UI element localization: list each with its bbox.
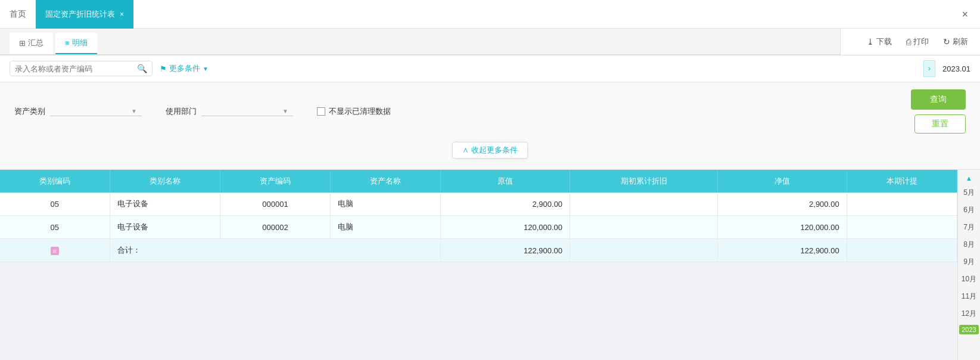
asset-type-label: 资产类别 <box>14 106 45 117</box>
col-category-code: 类别编码 <box>0 170 110 193</box>
download-button[interactable]: ⤓ 下载 <box>867 36 892 47</box>
home-link[interactable]: 首页 <box>10 9 36 20</box>
search-input[interactable] <box>15 64 135 73</box>
reset-button[interactable]: 重置 <box>914 114 966 134</box>
sidebar-month-6[interactable]: 6月 <box>958 201 980 219</box>
tab-detail-label: 明细 <box>72 38 88 48</box>
more-filter-button[interactable]: ⚑ 更多条件 ▼ <box>160 63 209 74</box>
dept-select[interactable]: ▼ <box>201 107 293 116</box>
sidebar-expand-arrow[interactable]: › <box>923 60 935 77</box>
search-icon[interactable]: 🔍 <box>137 64 147 73</box>
collapse-button[interactable]: ∧ 收起更多条件 <box>452 142 528 159</box>
refresh-label: 刷新 <box>953 36 968 47</box>
cell-name-1: 电子设备 <box>110 193 220 216</box>
top-nav: 首页 固定资产折旧统计表 × × <box>0 0 980 29</box>
col-accum-depr: 期初累计折旧 <box>570 170 718 193</box>
hide-cleared-checkbox[interactable] <box>317 107 325 116</box>
filter-icon: ⚑ <box>160 64 167 73</box>
filter-section: 资产类别 ▼ 使用部门 ▼ 不显示已清理数据 查询 重置 ∧ <box>0 82 980 170</box>
refresh-button[interactable]: ↻ 刷新 <box>943 36 968 47</box>
print-label: 打印 <box>913 36 929 47</box>
tab-summary-label: 汇总 <box>28 38 43 48</box>
collapse-bar: ∧ 收起更多条件 <box>14 138 966 162</box>
download-label: 下载 <box>876 36 892 47</box>
col-current-depr: 本期计提 <box>847 170 957 193</box>
query-button[interactable]: 查询 <box>911 89 966 110</box>
total-row: ≡ 合计： 122,900.00 122,900.00 <box>0 239 957 262</box>
sub-tabs: ⊞ 汇总 ≡ 明细 <box>0 29 840 55</box>
hide-cleared-filter: 不显示已清理数据 <box>317 106 396 117</box>
detail-icon: ≡ <box>65 39 70 48</box>
toolbar: ⤓ 下载 ⎙ 打印 ↻ 刷新 <box>840 29 980 55</box>
sidebar-month-5[interactable]: 5月 <box>958 184 980 201</box>
asset-type-select[interactable]: ▼ <box>50 107 142 116</box>
search-bar: 🔍 ⚑ 更多条件 ▼ › 2023.01 <box>0 55 980 82</box>
col-asset-code: 资产编码 <box>220 170 330 193</box>
cell-original-2: 120,000.00 <box>441 216 570 239</box>
col-asset-name: 资产名称 <box>331 170 441 193</box>
cell-net-value-1: 2,900.00 <box>717 193 847 216</box>
chevron-down-icon: ▼ <box>203 66 209 72</box>
total-icon: ≡ <box>51 247 59 255</box>
content-area: 类别编码 类别名称 资产编码 资产名称 原值 期初累计折旧 净值 本期计提 05… <box>0 170 957 360</box>
cell-asset-name-2: 电脑 <box>331 216 441 239</box>
col-original-value: 原值 <box>441 170 570 193</box>
tab-detail[interactable]: ≡ 明细 <box>55 33 97 54</box>
window-close-button[interactable]: × <box>962 8 968 21</box>
collapse-label: 收起更多条件 <box>471 145 518 154</box>
col-category-name: 类别名称 <box>110 170 220 193</box>
cell-code-2: 05 <box>0 216 110 239</box>
col-net-value: 净值 <box>717 170 847 193</box>
download-icon: ⤓ <box>867 37 874 46</box>
sidebar-current-year[interactable]: 2023 <box>959 325 978 334</box>
cell-accum-depr-1 <box>570 193 718 216</box>
cell-asset-name-1: 电脑 <box>331 193 441 216</box>
hide-cleared-label: 不显示已清理数据 <box>329 106 391 117</box>
cell-code-1: 05 <box>0 193 110 216</box>
cell-current-depr-2 <box>847 216 957 239</box>
cell-name-2: 电子设备 <box>110 216 220 239</box>
sidebar-up-arrow[interactable]: ▲ <box>966 172 972 184</box>
right-sidebar: ▲ 5月 6月 7月 8月 9月 10月 11月 12月 2023 <box>957 170 980 360</box>
dept-chevron-icon: ▼ <box>282 108 288 114</box>
cell-asset-code-2: 000002 <box>220 216 330 239</box>
dept-label: 使用部门 <box>166 106 197 117</box>
table-header-row: 类别编码 类别名称 资产编码 资产名称 原值 期初累计折旧 净值 本期计提 <box>0 170 957 193</box>
cell-net-value-2: 120,000.00 <box>717 216 847 239</box>
tab-summary[interactable]: ⊞ 汇总 <box>10 33 53 54</box>
more-filter-label: 更多条件 <box>169 63 200 74</box>
cell-asset-code-1: 000001 <box>220 193 330 216</box>
total-icon-cell: ≡ <box>0 239 110 262</box>
date-label: 2023.01 <box>942 64 970 73</box>
tab-close-icon[interactable]: × <box>120 10 124 18</box>
cell-current-depr-1 <box>847 193 957 216</box>
dept-filter: 使用部门 ▼ <box>166 106 293 117</box>
filter-row-1: 资产类别 ▼ 使用部门 ▼ 不显示已清理数据 查询 重置 <box>14 89 966 134</box>
total-net-value: 122,900.00 <box>717 239 847 262</box>
hide-cleared-checkbox-wrap[interactable]: 不显示已清理数据 <box>317 106 391 117</box>
tab-label: 固定资产折旧统计表 <box>45 9 115 20</box>
refresh-icon: ↻ <box>943 37 950 46</box>
search-input-wrap[interactable]: 🔍 <box>10 61 153 76</box>
sidebar-month-12[interactable]: 12月 <box>958 305 980 322</box>
table-wrap: 类别编码 类别名称 资产编码 资产名称 原值 期初累计折旧 净值 本期计提 05… <box>0 170 957 262</box>
cell-accum-depr-2 <box>570 216 718 239</box>
active-tab[interactable]: 固定资产折旧统计表 × <box>36 0 133 29</box>
sidebar-month-9[interactable]: 9月 <box>958 253 980 271</box>
filter-buttons: 查询 重置 <box>911 89 966 134</box>
asset-type-filter: 资产类别 ▼ <box>14 106 142 117</box>
chevron-up-icon: ∧ <box>462 145 469 154</box>
cell-original-1: 2,900.00 <box>441 193 570 216</box>
print-button[interactable]: ⎙ 打印 <box>906 36 929 47</box>
table-row: 05 电子设备 000001 电脑 2,900.00 2,900.00 <box>0 193 957 216</box>
table-row: 05 电子设备 000002 电脑 120,000.00 120,000.00 <box>0 216 957 239</box>
main-table: 类别编码 类别名称 资产编码 资产名称 原值 期初累计折旧 净值 本期计提 05… <box>0 170 957 262</box>
sidebar-month-7[interactable]: 7月 <box>958 219 980 236</box>
sidebar-month-10[interactable]: 10月 <box>958 271 980 288</box>
sidebar-month-8[interactable]: 8月 <box>958 236 980 253</box>
total-label: 合计： <box>110 239 441 262</box>
total-current-depr <box>847 239 957 262</box>
sidebar-month-11[interactable]: 11月 <box>958 288 980 305</box>
asset-type-chevron-icon: ▼ <box>131 108 137 114</box>
summary-icon: ⊞ <box>19 39 26 48</box>
